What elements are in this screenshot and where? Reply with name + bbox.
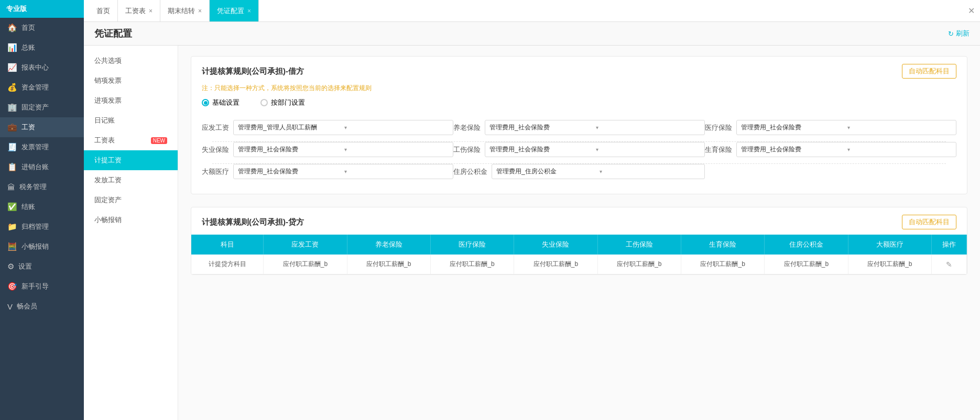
sidebar-item-invoice[interactable]: 🧾发票管理	[0, 137, 84, 157]
guide-icon: 🎯	[7, 282, 17, 291]
sidebar-item-assets[interactable]: 🏢固定资产	[0, 97, 84, 117]
debit-field-1-2: 生育保险 管理费用_社会保险费 ▾	[705, 142, 956, 157]
debit-arrow-2-0: ▾	[344, 169, 449, 174]
debit-arrow-0-0: ▾	[344, 125, 449, 130]
debit-arrow-1-1: ▾	[596, 147, 700, 152]
tab-voucher-close[interactable]: ×	[247, 7, 251, 15]
new-badge-payroll-table: NEW	[151, 137, 167, 144]
tab-home[interactable]: 首页	[89, 0, 118, 21]
debit-field-0-1: 养老保险 管理费用_社会保险费 ▾	[453, 120, 705, 135]
credit-cell-0-6: 应付职工薪酬_b	[765, 255, 848, 274]
tab-transfer-close[interactable]: ×	[198, 7, 202, 15]
debit-auto-match-button[interactable]: 自动匹配科目	[902, 64, 956, 79]
subnav-purchase-invoice[interactable]: 进项发票	[84, 91, 178, 110]
tab-payroll-close[interactable]: ×	[149, 7, 153, 15]
sidebar-label-ledger: 总账	[21, 43, 35, 52]
debit-select-0-1[interactable]: 管理费用_社会保险费 ▾	[485, 120, 705, 135]
subnav-label-journal: 日记账	[94, 116, 115, 125]
credit-cell-0-0: 应付职工薪酬_b	[264, 255, 347, 274]
subnav-small-expense[interactable]: 小畅报销	[84, 210, 178, 230]
assets-icon: 🏢	[7, 103, 17, 112]
credit-cell-0-1: 应付职工薪酬_b	[347, 255, 430, 274]
tab-voucher-label: 凭证配置	[217, 6, 244, 16]
debit-label-1-2: 生育保险	[705, 145, 732, 154]
subnav-accrual[interactable]: 计提工资	[84, 150, 178, 170]
refresh-button[interactable]: ↻ 刷新	[948, 29, 970, 38]
subnav-label-purchase-invoice: 进项发票	[94, 96, 122, 105]
credit-cell-0-2: 应付职工薪酬_b	[430, 255, 514, 274]
tab-transfer-label: 期末结转	[168, 6, 195, 16]
sidebar-item-ledger[interactable]: 📊总账	[0, 38, 84, 58]
sidebar-item-vip[interactable]: V畅会员	[0, 296, 84, 316]
tab-voucher[interactable]: 凭证配置×	[210, 0, 259, 21]
debit-label-1-0: 失业保险	[202, 145, 229, 154]
report-icon: 📈	[7, 63, 17, 72]
debit-field-0-2: 医疗保险 管理费用_社会保险费 ▾	[705, 120, 956, 135]
sidebar-label-expense: 小畅报销	[21, 242, 49, 251]
radio-department-setting[interactable]: 按部门设置	[260, 98, 305, 107]
sidebar-item-expense[interactable]: 🧮小畅报销	[0, 237, 84, 257]
edit-icon-0[interactable]: ✎	[946, 260, 952, 269]
main-area: 首页工资表×期末结转×凭证配置× ✕ 凭证配置 ↻ 刷新 公共选项销项发票进项发…	[84, 0, 980, 420]
credit-auto-match-button[interactable]: 自动匹配科目	[902, 215, 956, 229]
ledger-icon: 📊	[7, 43, 17, 52]
debit-label-0-2: 医疗保险	[705, 123, 732, 132]
debit-section-header: 计提核算规则(公司承担)-借方 自动匹配科目	[191, 57, 967, 84]
credit-section-title: 计提核算规则(公司承担)-贷方	[202, 217, 304, 227]
tab-bar: 首页工资表×期末结转×凭证配置× ✕	[84, 0, 980, 22]
credit-cell-0-4: 应付职工薪酬_b	[597, 255, 681, 274]
sidebar-item-report[interactable]: 📈报表中心	[0, 58, 84, 78]
sidebar-item-fund[interactable]: 💰资金管理	[0, 78, 84, 97]
right-content: 计提核算规则(公司承担)-借方 自动匹配科目 注：只能选择一种方式，系统将按照您…	[178, 46, 980, 420]
subnav-journal[interactable]: 日记账	[84, 110, 178, 130]
subnav-sales-invoice[interactable]: 销项发票	[84, 71, 178, 91]
page-header: 凭证配置 ↻ 刷新	[84, 22, 980, 46]
debit-select-1-0[interactable]: 管理费用_社会保险费 ▾	[233, 142, 453, 157]
credit-section-header: 计提核算规则(公司承担)-贷方 自动匹配科目	[191, 207, 967, 235]
credit-col-1: 应发工资	[264, 235, 347, 255]
subnav-payroll-table[interactable]: 工资表NEW	[84, 130, 178, 150]
sidebar-item-purchase[interactable]: 📋进销台账	[0, 157, 84, 177]
subnav-fixed-assets[interactable]: 固定资产	[84, 190, 178, 210]
subnav-label-fixed-assets: 固定资产	[94, 195, 122, 205]
subnav-pay-salary[interactable]: 发放工资	[84, 170, 178, 190]
subnav-public[interactable]: 公共选项	[84, 51, 178, 71]
debit-label-2-0: 大额医疗	[202, 167, 229, 176]
debit-select-1-1[interactable]: 管理费用_社会保险费 ▾	[485, 142, 705, 157]
sidebar-item-archive[interactable]: 📁归档管理	[0, 217, 84, 237]
debit-field-rows: 应发工资 管理费用_管理人员职工薪酬 ▾ 养老保险 管理费用_社会保险费 ▾ 医…	[191, 115, 967, 194]
sidebar-item-tax[interactable]: 🏛税务管理	[0, 177, 84, 197]
debit-notice: 注：只能选择一种方式，系统将按照您当前的选择来配置规则	[191, 84, 967, 98]
debit-arrow-0-2: ▾	[847, 125, 952, 130]
credit-section: 计提核算规则(公司承担)-贷方 自动匹配科目 科目应发工资养老保险医疗保险失业保…	[191, 207, 967, 275]
tab-payroll[interactable]: 工资表×	[118, 0, 160, 21]
close-page-button[interactable]: ✕	[968, 6, 975, 16]
subnav-label-sales-invoice: 销项发票	[94, 76, 122, 85]
debit-select-2-1[interactable]: 管理费用_住房公积金 ▾	[492, 164, 705, 179]
debit-select-1-2[interactable]: 管理费用_社会保险费 ▾	[736, 142, 956, 157]
debit-select-value-1-2: 管理费用_社会保险费	[741, 145, 845, 154]
checkout-icon: ✅	[7, 202, 17, 212]
debit-select-0-0[interactable]: 管理费用_管理人员职工薪酬 ▾	[233, 120, 453, 135]
credit-subject-0: 计提贷方科目	[191, 255, 264, 274]
sidebar-item-home[interactable]: 🏠首页	[0, 18, 84, 38]
sidebar-item-guide[interactable]: 🎯新手引导	[0, 277, 84, 296]
sidebar-label-vip: 畅会员	[17, 302, 37, 311]
sidebar-item-salary[interactable]: 💼工资	[0, 117, 84, 137]
debit-select-2-0[interactable]: 管理费用_社会保险费 ▾	[233, 164, 453, 179]
radio-dept-circle	[260, 99, 268, 106]
debit-select-0-2[interactable]: 管理费用_社会保险费 ▾	[736, 120, 956, 135]
credit-action-0[interactable]: ✎	[932, 255, 967, 274]
sidebar-label-home: 首页	[21, 23, 35, 32]
debit-select-value-1-0: 管理费用_社会保险费	[238, 145, 342, 154]
sidebar-item-checkout[interactable]: ✅结账	[0, 197, 84, 217]
credit-col-2: 养老保险	[347, 235, 430, 255]
tab-transfer[interactable]: 期末结转×	[160, 0, 210, 21]
sidebar-item-settings[interactable]: ⚙设置	[0, 257, 84, 277]
radio-basic-setting[interactable]: 基础设置	[202, 98, 239, 107]
home-icon: 🏠	[7, 23, 17, 32]
debit-select-value-2-0: 管理费用_社会保险费	[238, 167, 342, 176]
credit-cell-0-3: 应付职工薪酬_b	[514, 255, 597, 274]
debit-select-value-1-1: 管理费用_社会保险费	[489, 145, 594, 154]
debit-row-2: 大额医疗 管理费用_社会保险费 ▾ 住房公积金 管理费用_住房公积金 ▾	[202, 164, 956, 179]
